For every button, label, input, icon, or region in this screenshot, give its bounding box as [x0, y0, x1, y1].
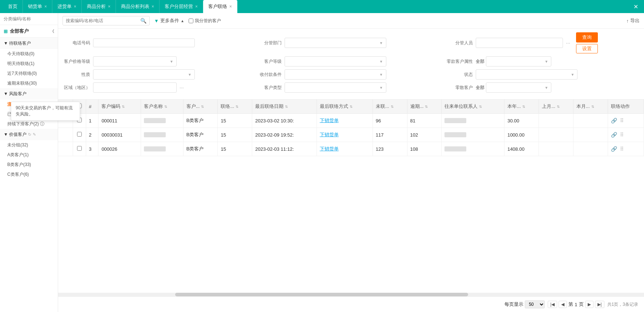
filter-region-more[interactable]: ··· [177, 85, 187, 90]
filter-manager-more[interactable]: ··· [563, 40, 573, 46]
sidebar-item-b-class[interactable]: B类客户(33) [0, 160, 58, 170]
filter-customer-type-select[interactable]: ▼ [285, 82, 386, 93]
th-this-month[interactable]: 本月... ⇅ [573, 100, 608, 114]
filter-customer-level-select[interactable]: ▼ [285, 56, 386, 66]
sidebar-search-input[interactable] [4, 16, 58, 21]
sidebar-item-downgraded[interactable]: 持续下滑客户(2) ⓘ [0, 119, 58, 129]
horizontal-scrollbar[interactable] [58, 293, 644, 296]
th-uncontacted[interactable]: 未联... ⇅ [373, 100, 407, 114]
table-row: 1 000011 B类客户 15 2023-03-02 10:30: 下销货单 … [58, 114, 644, 128]
td-last-method-2: 下销货单 [317, 128, 373, 142]
tab-sales[interactable]: 销货单 × [23, 0, 52, 13]
tab-customer-contact-close[interactable]: × [229, 4, 232, 9]
th-unit-contact[interactable]: 往来单位联系人 ⇅ [442, 100, 504, 114]
th-last-method[interactable]: 最后联络方式 ⇅ [317, 100, 373, 114]
sort-overdue-icon: ⇅ [425, 105, 428, 109]
filter-phone: 电话号码 [64, 39, 255, 47]
per-page-select[interactable]: 50 100 200 [525, 300, 545, 308]
filter-region-select[interactable] [93, 82, 177, 93]
sidebar-group-risk[interactable]: ▼ 风险客户 [0, 88, 58, 100]
value-edit-icon[interactable]: ✎ [33, 132, 36, 137]
filter-status-select[interactable]: ▼ [476, 69, 577, 80]
filter-zero-attr-select[interactable]: ▼ [486, 56, 551, 66]
td-action-2: 🔗 ⠿ [608, 128, 644, 142]
filter-manager-select[interactable] [476, 38, 563, 48]
last-method-link-1[interactable]: 下销货单 [320, 118, 339, 123]
filter-price-tier-select[interactable]: ▼ [93, 56, 177, 66]
tab-customer-contact-label: 客户联络 [208, 3, 227, 10]
my-customer-checkbox[interactable] [189, 19, 193, 23]
next-page-btn[interactable]: ▶ [585, 301, 593, 308]
setting-button[interactable]: 设置 [576, 44, 598, 53]
action-grid-icon-2[interactable]: ⠿ [620, 132, 624, 138]
sidebar-item-overdue[interactable]: 逾期未联络(30) [0, 78, 58, 88]
filter-dept-select[interactable]: ▼ [285, 38, 386, 48]
tab-customer-tier[interactable]: 客户分层经营 × [160, 0, 203, 13]
tab-analysis-list-close[interactable]: × [152, 4, 154, 9]
window-close-button[interactable]: ✕ [631, 3, 641, 10]
per-page-select-wrap: 每页显示 50 100 200 [504, 300, 545, 308]
th-last-date[interactable]: 最后联络日期 ⇅ [252, 100, 317, 114]
sidebar-group-risk-label: ▼ 风险客户 [4, 91, 27, 97]
scrollbar-thumb[interactable] [175, 293, 468, 296]
sidebar-all-customers[interactable]: ⊞ 全部客户 《 [0, 25, 58, 38]
filter-phone-label: 电话号码 [64, 40, 93, 46]
filter-phone-input[interactable] [93, 39, 195, 47]
first-page-btn[interactable]: |◀ [548, 301, 557, 308]
td-overdue-3: 108 [407, 142, 442, 156]
action-link-icon-1[interactable]: 🔗 [611, 118, 617, 123]
th-last-month[interactable]: 上月... ⇅ [539, 100, 573, 114]
td-overdue-2: 102 [407, 128, 442, 142]
row-checkbox-2[interactable] [77, 132, 82, 137]
row-checkbox-3[interactable] [77, 146, 82, 151]
tab-purchase-close[interactable]: × [74, 4, 76, 9]
th-type[interactable]: 客户... ⇅ [183, 100, 218, 114]
th-contact[interactable]: 联络... ⇅ [218, 100, 252, 114]
sidebar-item-a-class[interactable]: A类客户(1) [0, 150, 58, 160]
tab-analysis-label: 商品分析 [87, 3, 106, 10]
filter-gender-select[interactable]: ▼ [93, 69, 195, 80]
filter-row-4: 区域（地区） ··· 客户类型 ▼ 零散客户 全部 [64, 82, 638, 93]
value-refresh-icon[interactable]: ↻ [28, 132, 31, 137]
tab-home[interactable]: 首页 [3, 0, 23, 13]
tab-analysis[interactable]: 商品分析 × [82, 0, 116, 13]
action-grid-icon-3[interactable]: ⠿ [620, 146, 624, 152]
sidebar-item-unsorted[interactable]: 未分组(32) [0, 140, 58, 150]
tab-customer-tier-close[interactable]: × [195, 4, 198, 9]
filter-payment-chevron: ▼ [379, 73, 383, 77]
tab-sales-close[interactable]: × [44, 4, 47, 9]
action-link-icon-3[interactable]: 🔗 [611, 146, 617, 152]
th-this-year[interactable]: 本年... ⇅ [504, 100, 539, 114]
filter-payment-select[interactable]: ▼ [285, 69, 386, 80]
filter-price-tier-chevron: ▼ [170, 60, 173, 64]
query-button[interactable]: 查询 [576, 32, 598, 42]
last-method-link-2[interactable]: 下销货单 [320, 132, 339, 137]
th-name[interactable]: 客户名称 ⇅ [141, 100, 184, 114]
more-filter-btn[interactable]: ▼ 更多条件 ▲ [154, 17, 184, 24]
my-customer-checkbox-wrap[interactable]: 我分管的客户 [189, 18, 221, 24]
last-page-btn[interactable]: ▶| [595, 301, 604, 308]
tab-customer-contact[interactable]: 客户联络 × [203, 0, 237, 13]
last-method-link-3[interactable]: 下销货单 [320, 146, 339, 151]
tab-purchase[interactable]: 进货单 × [52, 0, 82, 13]
tab-analysis-close[interactable]: × [108, 4, 110, 9]
th-code[interactable]: 客户编码 ⇅ [98, 100, 141, 114]
search-submit-icon[interactable]: 🔍 [140, 18, 146, 24]
filter-zero-customer-select[interactable]: ▼ [486, 82, 551, 93]
risk-tooltip: 90天未交易的客户，可能有流失风险。 [11, 102, 58, 121]
td-code-1: 000011 [98, 114, 141, 128]
sidebar-group-pending[interactable]: ▼ 待联络客户 [0, 38, 58, 49]
th-overdue[interactable]: 逾期... ⇅ [407, 100, 442, 114]
tab-analysis-list[interactable]: 商品分析列表 × [116, 0, 160, 13]
export-btn[interactable]: ↑ 导出 [627, 17, 640, 24]
td-last-method-3: 下销货单 [317, 142, 373, 156]
sidebar-item-tomorrow[interactable]: 明天待联络(1) [0, 59, 58, 69]
sidebar-item-today[interactable]: 今天待联络(0) [0, 49, 58, 59]
search-input[interactable] [66, 18, 140, 23]
sidebar-group-value[interactable]: ▼ 价值客户 ↻ ✎ [0, 129, 58, 140]
sidebar-item-week7[interactable]: 近7天待联络(0) [0, 69, 58, 78]
action-grid-icon-1[interactable]: ⠿ [620, 118, 624, 123]
action-link-icon-2[interactable]: 🔗 [611, 132, 617, 138]
sidebar-item-c-class[interactable]: C类客户(6) [0, 170, 58, 179]
prev-page-btn[interactable]: ◀ [559, 301, 567, 308]
